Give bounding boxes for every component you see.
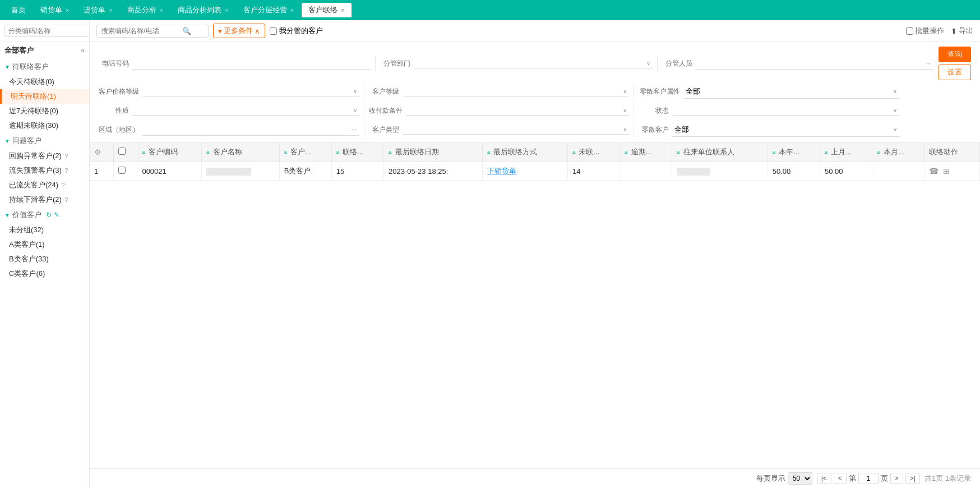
chevron-icon: ∧ <box>255 27 260 35</box>
nav-customer-contact[interactable]: 客户联络 × <box>302 3 351 17</box>
dept-caret-icon: ∨ <box>646 60 650 66</box>
toolbar-right: 批量操作 ⬆ 导出 <box>906 26 973 36</box>
cell-this-month-amount <box>872 162 924 181</box>
first-page-btn[interactable]: |< <box>817 473 831 484</box>
filter-payment: 收付款条件 ∨ <box>369 105 630 116</box>
sidebar-item-b-class[interactable]: B类客户(33) <box>0 252 89 266</box>
sidebar-item-churn-warning[interactable]: 流失预警客户(3) ? <box>0 163 89 178</box>
last-page-btn[interactable]: >| <box>905 473 920 484</box>
filter-region-select[interactable]: ··· <box>142 124 359 136</box>
footer: 每页显示 50 |< < 第 页 > >| 共1页 1条记录 <box>90 468 980 488</box>
toolbar-search-icon[interactable]: 🔍 <box>182 27 191 35</box>
next-page-btn[interactable]: > <box>890 473 903 484</box>
filter-retail-attr-select[interactable]: 全部 ∨ <box>683 85 899 99</box>
my-customer-checkbox[interactable] <box>270 27 277 35</box>
filter-status-select[interactable]: ∨ <box>672 105 899 116</box>
triangle-icon-2: ▼ <box>4 138 10 144</box>
nav-home[interactable]: 首页 <box>4 3 33 17</box>
sidebar-all-customers[interactable]: 全部客户 « <box>0 42 89 59</box>
filter-retail-attr-label: 零散客户属性 <box>639 87 683 96</box>
filter-customer-type: 客户类型 ∨ <box>369 125 630 135</box>
sort-contacts-icon: ≡ <box>677 149 680 155</box>
cell-overdue <box>620 162 672 181</box>
batch-checkbox[interactable] <box>906 27 913 35</box>
nav-sales-order-close[interactable]: × <box>66 7 69 13</box>
sort-unlinked-icon: ≡ <box>572 149 576 155</box>
sidebar-item-a-class[interactable]: A类客户(1) <box>0 237 89 252</box>
more-filter-btn[interactable]: ▾ 更多条件 ∧ <box>213 24 265 38</box>
sort-contact-icon: ≡ <box>336 149 340 155</box>
table-settings-icon[interactable]: ⚙ <box>94 148 101 156</box>
filter-customer-level-select[interactable]: ∨ <box>403 86 630 96</box>
nav-customer-tier[interactable]: 客户分层经营 × <box>237 3 301 17</box>
nav-customer-tier-close[interactable]: × <box>290 7 294 13</box>
filter-manager-select[interactable]: ··· <box>696 58 934 70</box>
filter-price-level-select[interactable]: ∨ <box>142 86 359 96</box>
help-icon-3: ? <box>61 182 64 188</box>
nav-purchase-order[interactable]: 进货单 × <box>77 3 119 17</box>
col-year-amount: ≡ 本年... <box>768 142 820 162</box>
more-action-icon[interactable]: ⊞ <box>943 167 950 176</box>
query-btn[interactable]: 查询 <box>939 47 971 62</box>
nav-product-analysis-list-close[interactable]: × <box>225 7 228 13</box>
filter-divider-4 <box>634 84 634 99</box>
col-this-month: ≡ 本月... <box>872 142 924 162</box>
sidebar-item-repurchase-anomaly[interactable]: 回购异常客户(2) ? <box>0 149 89 163</box>
filter-retail-customer: 零散客户 全部 ∨ <box>639 123 899 137</box>
filter-divider-8 <box>634 122 634 137</box>
filter-nature-select[interactable]: ∨ <box>132 105 359 116</box>
toolbar-search-input[interactable] <box>101 27 180 35</box>
row-checkbox[interactable] <box>118 167 126 174</box>
region-dots-icon: ··· <box>352 126 357 133</box>
per-page-select[interactable]: 50 <box>788 472 812 485</box>
filter-customer-level-label: 客户等级 <box>369 87 403 96</box>
table-select-all[interactable] <box>118 148 126 155</box>
sidebar-item-7day-contact[interactable]: 近7天待联络(0) <box>0 104 89 118</box>
filter-retail-customer-select[interactable]: 全部 ∨ <box>672 123 899 137</box>
sort-year-icon: ≡ <box>773 149 776 155</box>
sidebar-search-input[interactable] <box>4 25 90 37</box>
nav-product-analysis-list[interactable]: 商品分析列表 × <box>171 3 235 17</box>
filter-region-label: 区域（地区） <box>99 125 142 135</box>
sidebar-item-tomorrow-contact[interactable]: 明天待联络(1) <box>0 89 89 104</box>
col-contact: ≡ 联络... <box>331 142 383 162</box>
export-btn[interactable]: ⬆ 导出 <box>951 26 973 36</box>
nav-product-analysis[interactable]: 商品分析 × <box>121 3 170 17</box>
sidebar-item-ungrouped[interactable]: 未分组(32) <box>0 223 89 237</box>
set-btn[interactable]: 设置 <box>939 65 971 80</box>
contact-action-icon[interactable]: ☎ <box>929 167 939 176</box>
collapse-icon: « <box>81 47 85 54</box>
page-number-input[interactable] <box>858 473 879 484</box>
nav-customer-contact-close[interactable]: × <box>341 7 344 13</box>
prev-page-btn[interactable]: < <box>834 473 847 484</box>
cell-code: 000021 <box>137 162 202 181</box>
col-last-method: ≡ 最后联络方式 <box>482 142 567 162</box>
filter-manager-label: 分管人员 <box>662 59 696 68</box>
sidebar-item-declining[interactable]: 持续下滑客户(2) ? <box>0 192 89 207</box>
nav-sales-order[interactable]: 销货单 × <box>34 3 76 17</box>
last-method-link[interactable]: 下销货单 <box>487 167 516 175</box>
sort-lastmethod-icon: ≡ <box>487 149 491 155</box>
nav-purchase-order-close[interactable]: × <box>109 7 112 13</box>
sidebar-item-overdue-contact[interactable]: 逾期未联络(30) <box>0 118 89 133</box>
sidebar-group-value[interactable]: ▼ 价值客户 ↻ ✎ <box>0 207 89 223</box>
nav-product-analysis-close[interactable]: × <box>160 7 163 13</box>
col-code: ≡ 客户编码 <box>137 142 202 162</box>
filter-payment-select[interactable]: ∨ <box>406 105 630 116</box>
filter-phone-input[interactable] <box>132 58 371 70</box>
refresh-icon[interactable]: ↻ <box>46 211 52 219</box>
sidebar-group-problem[interactable]: ▼ 问题客户 <box>0 133 89 149</box>
batch-op-btn[interactable]: 批量操作 <box>906 26 944 36</box>
sidebar-item-c-class[interactable]: C类客户(6) <box>0 266 89 281</box>
filter-row-1: 电话号码 分管部门 ∨ 分管人员 ··· <box>99 47 971 80</box>
cell-last-month-amount: 50.00 <box>820 162 872 181</box>
edit-icon[interactable]: ✎ <box>54 211 59 219</box>
sidebar-item-today-contact[interactable]: 今天待联络(0) <box>0 75 89 89</box>
sidebar-item-churned[interactable]: 已流失客户(24) ? <box>0 178 89 192</box>
filter-customer-type-select[interactable]: ∨ <box>403 125 630 135</box>
my-customer-check[interactable]: 我分管的客户 <box>270 26 323 36</box>
cell-last-date: 2023-05-23 18:25: <box>384 162 483 181</box>
sidebar-group-pending[interactable]: ▼ 待联络客户 <box>0 59 89 75</box>
filter-customer-type-label: 客户类型 <box>369 125 403 135</box>
filter-dept-select[interactable]: ∨ <box>414 58 652 68</box>
